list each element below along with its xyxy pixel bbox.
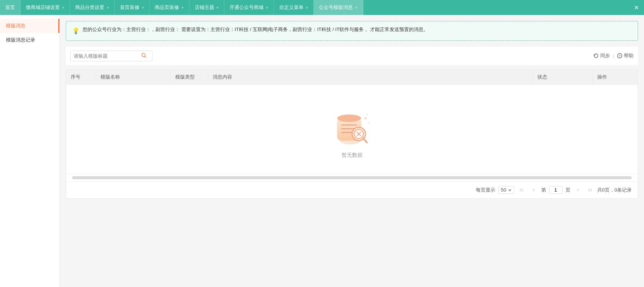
empty-illustration: [330, 107, 375, 152]
tab-template-msg-close[interactable]: ×: [355, 5, 357, 10]
sync-label: 同步: [600, 52, 610, 59]
tab-category-settings-label: 商品分类设置: [75, 4, 104, 11]
help-button[interactable]: ? 帮助: [617, 52, 634, 59]
tab-store-theme-close[interactable]: ×: [216, 5, 219, 10]
horizontal-scrollbar[interactable]: [72, 176, 632, 179]
sidebar: 模版消息 模版消息记录: [0, 15, 60, 287]
svg-text:?: ?: [619, 54, 620, 58]
th-status: 状态: [533, 70, 593, 84]
search-input[interactable]: [74, 53, 141, 59]
sidebar-item-template-msg[interactable]: 模版消息: [0, 19, 59, 33]
tab-home-decor-label: 首页装修: [120, 4, 139, 11]
page-size-select[interactable]: 50: [498, 186, 514, 194]
svg-line-1: [145, 56, 147, 58]
svg-point-18: [366, 114, 368, 115]
tab-store-settings[interactable]: 微商城店铺设置 ×: [21, 0, 70, 15]
sidebar-item-template-msg-label: 模版消息: [6, 23, 25, 28]
prev-page-icon: [532, 188, 536, 192]
page-label-post: 页: [566, 187, 570, 193]
empty-state-icon: [330, 107, 375, 152]
th-content: 消息内容: [208, 70, 533, 84]
tab-home-label: 首页: [5, 4, 15, 11]
tab-store-theme-label: 店铺主题: [195, 4, 214, 11]
page-number-input[interactable]: [549, 186, 563, 194]
help-label: 帮助: [624, 52, 634, 59]
notice-highlight: 需要设置为：主营行业：IT科技 / 互联网|电子商务，副营行业：IT科技 / I…: [181, 27, 369, 32]
help-icon: ?: [617, 53, 622, 58]
sidebar-item-template-record[interactable]: 模版消息记录: [0, 33, 59, 47]
tab-product-decor-label: 商品页装修: [155, 4, 179, 11]
pagination-bar: 每页显示 50 第: [66, 181, 638, 198]
tab-store-settings-label: 微商城店铺设置: [26, 4, 60, 11]
first-page-button[interactable]: [517, 186, 526, 195]
data-table: 序号 模版名称 模版类型 消息内容 状态 操作: [66, 70, 638, 199]
last-page-button[interactable]: [585, 186, 594, 195]
th-action: 操作: [593, 70, 638, 84]
scrollbar-area: [66, 174, 638, 181]
toolbar-divider: |: [613, 53, 614, 59]
tab-custom-menu-close[interactable]: ×: [306, 5, 308, 10]
page-label-pre: 第: [541, 187, 546, 193]
last-page-icon: [588, 188, 592, 192]
prev-page-button[interactable]: [529, 186, 538, 195]
page-size-label: 每页显示: [476, 187, 495, 193]
toolbar: 同步 | ? 帮助: [66, 47, 638, 65]
next-page-icon: [576, 188, 580, 192]
svg-point-16: [364, 117, 367, 119]
tab-home[interactable]: 首页: [0, 0, 21, 15]
search-button[interactable]: [141, 52, 147, 59]
th-seq: 序号: [66, 70, 96, 84]
tab-store-settings-close[interactable]: ×: [62, 5, 64, 10]
th-name: 模版名称: [96, 70, 171, 84]
total-info: 共0页，0条记录: [597, 187, 632, 193]
sidebar-item-template-record-label: 模版消息记录: [6, 37, 35, 43]
tab-template-msg-label: 公众号模版消息: [319, 4, 353, 11]
svg-line-13: [363, 138, 367, 143]
top-navigation: 首页 微商城店铺设置 × 商品分类设置 × 首页装修 × 商品页装修 × 店铺主…: [0, 0, 644, 15]
content-area: 💡 您的公众号行业为：主营行业：，副营行业： 需要设置为：主营行业：IT科技 /…: [60, 15, 644, 287]
th-type: 模版类型: [171, 70, 208, 84]
first-page-icon: [520, 188, 524, 192]
page-size-value: 50: [501, 187, 506, 193]
table-header: 序号 模版名称 模版类型 消息内容 状态 操作: [66, 70, 638, 85]
notice-icon: 💡: [72, 26, 80, 36]
tab-custom-menu-label: 自定义菜单: [279, 4, 303, 11]
search-input-wrap[interactable]: [70, 51, 152, 61]
tab-category-close[interactable]: ×: [107, 5, 109, 10]
tab-category-settings[interactable]: 商品分类设置 ×: [70, 0, 114, 15]
sync-button[interactable]: 同步: [594, 52, 610, 59]
main-layout: 模版消息 模版消息记录 💡 您的公众号行业为：主营行业：，副营行业： 需要设置为…: [0, 15, 644, 287]
svg-point-7: [337, 115, 361, 122]
tab-template-msg[interactable]: 公众号模版消息 ×: [314, 0, 363, 15]
notice-box: 💡 您的公众号行业为：主营行业：，副营行业： 需要设置为：主营行业：IT科技 /…: [66, 21, 638, 41]
tab-home-decor[interactable]: 首页装修 ×: [115, 0, 150, 15]
tab-home-decor-close[interactable]: ×: [142, 5, 144, 10]
tab-open-mall-close[interactable]: ×: [266, 5, 268, 10]
tab-store-theme[interactable]: 店铺主题 ×: [189, 0, 224, 15]
search-icon: [141, 52, 147, 58]
notice-text: 您的公众号行业为：主营行业：，副营行业： 需要设置为：主营行业：IT科技 / 互…: [83, 26, 428, 34]
svg-point-17: [368, 122, 370, 123]
sync-icon: [594, 53, 599, 58]
next-page-button[interactable]: [573, 186, 582, 195]
tab-open-mall-label: 开通公众号商城: [229, 4, 264, 11]
tab-product-decor-close[interactable]: ×: [181, 5, 184, 10]
empty-state: 暂无数据: [66, 85, 638, 174]
tab-custom-menu[interactable]: 自定义菜单 ×: [274, 0, 314, 15]
window-close-button[interactable]: ✕: [629, 0, 644, 15]
chevron-down-icon: [508, 188, 512, 192]
tab-product-decor[interactable]: 商品页装修 ×: [150, 0, 189, 15]
empty-text: 暂无数据: [342, 152, 363, 159]
tab-open-mall[interactable]: 开通公众号商城 ×: [224, 0, 274, 15]
toolbar-right: 同步 | ? 帮助: [594, 52, 634, 59]
